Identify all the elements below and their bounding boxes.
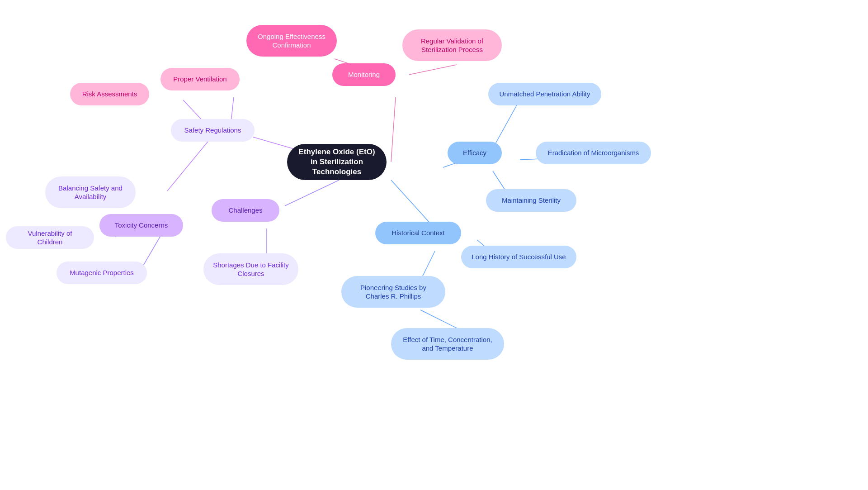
vulnerability-label: Vulnerability of Children	[15, 229, 85, 247]
regular-validation-node: Regular Validation of Sterilization Proc…	[402, 29, 502, 61]
unmatched-node: Unmatched Penetration Ability	[488, 83, 601, 105]
center-label: Ethylene Oxide (EtO) in Sterilization Te…	[296, 147, 377, 177]
long-history-node: Long History of Successful Use	[461, 246, 576, 268]
svg-line-16	[391, 180, 435, 228]
ongoing-label: Ongoing Effectiveness Confirmation	[255, 32, 328, 50]
pioneering-label: Pioneering Studies by Charles R. Phillip…	[350, 283, 436, 301]
risk-assessments-node: Risk Assessments	[70, 83, 149, 105]
svg-line-7	[285, 180, 339, 206]
svg-line-6	[167, 137, 212, 191]
proper-ventilation-node: Proper Ventilation	[160, 68, 240, 90]
long-history-label: Long History of Successful Use	[472, 252, 566, 262]
pioneering-node: Pioneering Studies by Charles R. Phillip…	[341, 276, 445, 308]
svg-line-0	[391, 97, 396, 162]
eradication-label: Eradication of Microorganisms	[548, 148, 639, 157]
historical-node: Historical Context	[375, 222, 461, 244]
center-node: Ethylene Oxide (EtO) in Sterilization Te…	[287, 144, 387, 180]
mutagenic-label: Mutagenic Properties	[70, 268, 134, 277]
maintaining-node: Maintaining Sterility	[486, 189, 576, 212]
safety-regulations-label: Safety Regulations	[184, 126, 241, 135]
toxicity-label: Toxicity Concerns	[115, 221, 168, 230]
proper-ventilation-label: Proper Ventilation	[173, 75, 226, 84]
efficacy-node: Efficacy	[448, 142, 502, 164]
challenges-label: Challenges	[228, 206, 262, 215]
efficacy-label: Efficacy	[463, 148, 486, 157]
eradication-node: Eradication of Microorganisms	[536, 142, 651, 164]
unmatched-label: Unmatched Penetration Ability	[500, 90, 590, 99]
safety-regulations-node: Safety Regulations	[171, 119, 255, 142]
monitoring-node: Monitoring	[332, 63, 396, 86]
svg-line-13	[493, 100, 520, 148]
shortages-node: Shortages Due to Facility Closures	[203, 253, 298, 285]
effect-time-label: Effect of Time, Concentration, and Tempe…	[400, 335, 495, 353]
svg-line-10	[142, 232, 163, 267]
balancing-label: Balancing Safety and Availability	[54, 184, 127, 201]
toxicity-node: Toxicity Concerns	[99, 214, 183, 237]
effect-time-node: Effect of Time, Concentration, and Tempe…	[391, 328, 504, 360]
historical-label: Historical Context	[392, 228, 445, 238]
svg-line-2	[409, 65, 457, 75]
vulnerability-node: Vulnerability of Children	[6, 226, 94, 249]
challenges-node: Challenges	[212, 199, 279, 222]
monitoring-label: Monitoring	[348, 70, 380, 79]
balancing-node: Balancing Safety and Availability	[45, 176, 136, 208]
mutagenic-node: Mutagenic Properties	[57, 262, 147, 284]
maintaining-label: Maintaining Sterility	[502, 196, 561, 205]
regular-validation-label: Regular Validation of Sterilization Proc…	[411, 37, 493, 54]
risk-assessments-label: Risk Assessments	[82, 90, 137, 99]
ongoing-node: Ongoing Effectiveness Confirmation	[246, 25, 337, 57]
shortages-label: Shortages Due to Facility Closures	[212, 261, 289, 278]
